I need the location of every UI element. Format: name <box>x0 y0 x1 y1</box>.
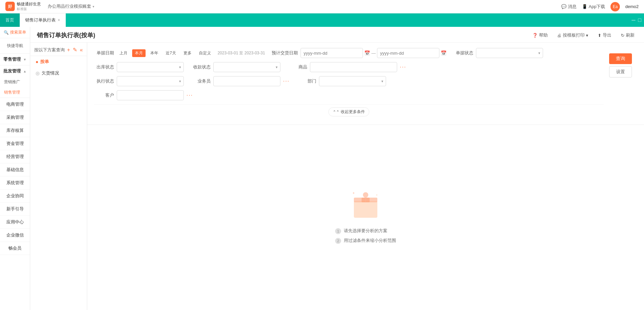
expected-date-start[interactable] <box>301 48 363 58</box>
logo-sub: 标准版 <box>17 7 41 11</box>
collapse-more-button[interactable]: ⌃⌃ 收起更多条件 <box>328 107 369 116</box>
export-label: 导出 <box>603 32 611 38</box>
filter-group-goods: 商品 ··· <box>287 62 406 72</box>
page-actions: ❓ 帮助 🖨 按模板打印 ▾ ⬆ 导出 ↻ 刷新 <box>530 31 637 40</box>
add-scheme-button[interactable]: + <box>67 47 70 53</box>
scheme-item-backorder[interactable]: ◎ 欠货情况 <box>30 67 87 79</box>
receipt-status-label: 收款状态 <box>191 64 211 70</box>
date-quick-select: 上月 本月 本年 近7天 更多 自定义 <box>117 49 214 57</box>
out-status-select-wrapper <box>117 62 184 72</box>
sidebar-item-sales-mgmt[interactable]: 销售管理 <box>0 87 30 98</box>
receipt-status-select[interactable] <box>213 62 280 72</box>
sidebar-item-marketing[interactable]: 营销推广 <box>0 77 30 87</box>
settings-button[interactable]: 设置 <box>609 66 632 78</box>
exec-status-select[interactable] <box>117 76 184 86</box>
tab-maximize-button[interactable]: □ <box>638 17 641 23</box>
filter-group-status: 单据状态 <box>453 48 543 58</box>
header-left: 好 畅捷通好生意 标准版 办公用品行业模拟账套 ▾ <box>5 2 94 11</box>
help-icon: ❓ <box>532 33 538 38</box>
scheme-active-icon: ● <box>36 59 38 64</box>
message-action[interactable]: 💬 消息 <box>561 4 577 10</box>
print-chevron-icon: ▾ <box>586 33 588 38</box>
scheme-item-label: 按单 <box>40 59 49 65</box>
user-name[interactable]: demo2 <box>625 4 639 9</box>
status-label: 单据状态 <box>453 50 473 56</box>
avatar[interactable]: Ea <box>610 2 620 11</box>
print-icon: 🖨 <box>557 33 561 38</box>
preset-more[interactable]: 更多 <box>181 49 194 57</box>
status-select[interactable] <box>476 48 543 58</box>
sidebar-item-retail[interactable]: 零售管理 ▼ <box>0 54 30 65</box>
chevron-down-icon: ▼ <box>23 58 26 61</box>
dept-select[interactable] <box>319 76 386 86</box>
sidebar-item-system[interactable]: 系统管理 <box>0 176 30 190</box>
salesperson-more-icon[interactable]: ··· <box>283 78 289 84</box>
filter-box: 单据日期 上月 本月 本年 近7天 更多 自定义 <box>87 43 644 125</box>
customer-more-icon[interactable]: ··· <box>186 92 193 98</box>
sidebar-item-operations[interactable]: 经营管理 <box>0 150 30 163</box>
sidebar-item-basic-info[interactable]: 基础信息 <box>0 163 30 176</box>
help-button[interactable]: ❓ 帮助 <box>530 31 550 40</box>
sidebar-item-quick-nav[interactable]: 快捷导航 <box>0 40 30 51</box>
tab-home[interactable]: 首页 <box>0 13 20 27</box>
message-icon: 💬 <box>561 4 567 9</box>
sidebar-item-enterprise[interactable]: 企业协同 <box>0 190 30 203</box>
calendar-end-icon[interactable]: 📅 <box>441 50 446 56</box>
tab-minimize-button[interactable]: ─ <box>632 17 635 23</box>
top-header: 好 畅捷通好生意 标准版 办公用品行业模拟账套 ▾ 💬 消息 📱 App下载 E… <box>0 0 644 13</box>
message-label: 消息 <box>568 4 577 10</box>
marketing-label: 营销推广 <box>4 79 20 85</box>
preset-last-month[interactable]: 上月 <box>117 49 130 57</box>
filter-row-2: 出库状态 收款状态 <box>94 62 604 72</box>
industry-selector[interactable]: 办公用品行业模拟账套 ▾ <box>48 3 94 9</box>
industry-label: 办公用品行业模拟账套 <box>48 3 91 9</box>
out-status-select[interactable] <box>117 62 184 72</box>
collapse-up-icon: ⌃⌃ <box>333 110 339 114</box>
left-panel: 按以下方案查询 + ✎ « ● 按单 ◎ 欠货情况 <box>30 43 87 310</box>
sidebar-item-purchase[interactable]: 采购管理 <box>0 111 30 124</box>
avatar-text: Ea <box>613 4 618 9</box>
sidebar-item-finance[interactable]: 资金管理 <box>0 137 30 150</box>
calendar-start-icon[interactable]: 📅 <box>364 50 370 56</box>
date-separator: — <box>371 51 376 56</box>
preset-last-7-days[interactable]: 近7天 <box>163 49 179 57</box>
preset-this-year[interactable]: 本年 <box>148 49 161 57</box>
app-download-action[interactable]: 📱 App下载 <box>582 4 605 10</box>
sidebar-section-wholesale: 批发管理 ▲ 营销推广 销售管理 <box>0 65 30 98</box>
sidebar-item-inventory[interactable]: 库存核算 <box>0 124 30 137</box>
expected-date-range: 📅 — 📅 <box>301 48 446 58</box>
expected-date-end[interactable] <box>377 48 439 58</box>
sidebar-item-wholesale[interactable]: 批发管理 ▲ <box>0 65 30 77</box>
sidebar-item-enterprise-wechat[interactable]: 企业微信 <box>0 229 30 242</box>
goods-more-icon[interactable]: ··· <box>400 64 406 70</box>
chevron-up-icon: ▲ <box>23 69 26 73</box>
tab-close-icon[interactable]: × <box>58 18 60 22</box>
query-button[interactable]: 查询 <box>609 53 632 64</box>
sidebar-item-member[interactable]: 畅会员 <box>0 242 30 255</box>
scheme-inactive-icon: ◎ <box>36 70 40 76</box>
sidebar-item-newbie[interactable]: 新手引导 <box>0 203 30 216</box>
filter-fields: 单据日期 上月 本月 本年 近7天 更多 自定义 <box>94 48 604 119</box>
refresh-label: 刷新 <box>626 32 635 38</box>
scheme-item-by-order[interactable]: ● 按单 <box>30 56 87 67</box>
salesperson-input[interactable] <box>213 76 280 86</box>
preset-this-month[interactable]: 本月 <box>132 49 146 57</box>
edit-scheme-button[interactable]: ✎ <box>73 47 77 53</box>
sidebar-search[interactable]: 🔍 搜索菜单 <box>0 27 30 38</box>
refresh-button[interactable]: ↻ 刷新 <box>618 31 637 40</box>
logo-icon-text: 好 <box>8 4 12 9</box>
logo-icon: 好 <box>5 2 15 11</box>
print-button[interactable]: 🖨 按模板打印 ▾ <box>554 31 591 40</box>
preset-custom[interactable]: 自定义 <box>196 49 214 57</box>
sidebar-item-appstore[interactable]: 应用中心 <box>0 216 30 229</box>
sidebar-item-ecommerce[interactable]: 电商管理 <box>0 98 30 111</box>
customer-input[interactable] <box>117 90 184 100</box>
collapse-row: ⌃⌃ 收起更多条件 <box>94 104 604 119</box>
collapse-panel-button[interactable]: « <box>80 47 83 53</box>
filter-row-3: 执行状态 业务员 <box>94 76 604 86</box>
tab-sales-order[interactable]: 销售订单执行表 × <box>20 13 66 27</box>
goods-input[interactable] <box>310 62 397 72</box>
export-button[interactable]: ⬆ 导出 <box>595 31 614 40</box>
page-title: 销售订单执行表(按单) <box>37 31 95 39</box>
filter-group-date: 单据日期 上月 本月 本年 近7天 更多 自定义 <box>94 49 265 57</box>
